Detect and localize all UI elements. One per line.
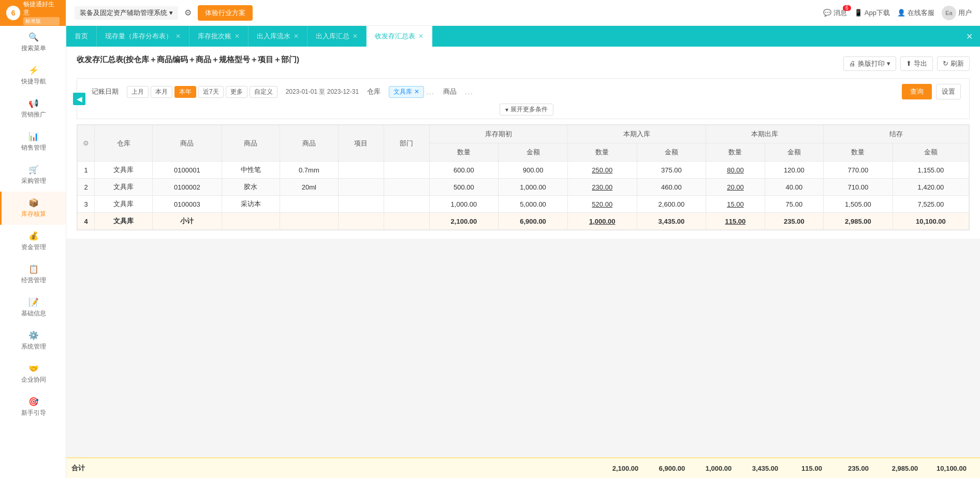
col-closing-qty-header: 数量	[824, 143, 893, 162]
date-btn-this-year[interactable]: 本年	[174, 86, 196, 98]
expand-conditions-button[interactable]: ▾ 展开更多条件	[500, 104, 553, 115]
row3-in-qty[interactable]: 520.00	[567, 196, 637, 213]
col-in-amt-header: 金额	[637, 143, 706, 162]
sidebar-item-sales[interactable]: 📊 销售管理	[0, 125, 66, 158]
tab-in-out-flow[interactable]: 出入库流水 ✕	[248, 26, 308, 47]
col-settings[interactable]: ⚙	[78, 125, 95, 162]
col-out-header: 本期出库	[706, 125, 824, 143]
try-button[interactable]: 体验行业方案	[198, 5, 253, 21]
row3-warehouse: 文具库	[95, 196, 153, 213]
date-btn-last-month[interactable]: 上月	[127, 86, 149, 98]
chevron-down-icon: ▾	[169, 9, 173, 17]
content-area: 收发存汇总表(按仓库＋商品编码＋商品＋规格型号＋项目＋部门) 🖨 换版打印 ▾ …	[66, 47, 980, 457]
tab-in-out-summary[interactable]: 出入库汇总 ✕	[308, 26, 367, 47]
system-selector[interactable]: 装备及固定资产辅助管理系统 ▾	[75, 6, 178, 20]
warehouse-tag-close-icon[interactable]: ✕	[414, 88, 419, 95]
row1-out-qty[interactable]: 80.00	[706, 162, 765, 179]
message-action[interactable]: 💬 消息 6	[823, 8, 847, 18]
settings-icon[interactable]: ⚙	[184, 8, 192, 18]
sidebar-item-system-label: 系统管理	[21, 342, 46, 351]
user-action[interactable]: Ea 用户	[942, 6, 972, 20]
app-download-action[interactable]: 📱 App下载	[854, 8, 890, 18]
warehouse-more-dots[interactable]: ...	[426, 88, 435, 96]
tab-recv-send-summary-close[interactable]: ✕	[418, 33, 423, 40]
tab-home[interactable]: 首页	[66, 26, 97, 47]
tab-recv-send-summary-label: 收发存汇总表	[375, 32, 415, 41]
sidebar-item-operations[interactable]: 📋 经营管理	[0, 258, 66, 291]
date-btn-7days[interactable]: 近7天	[198, 86, 224, 98]
filter-area: ◀ 记账日期 上月 本月 本年 近7天 更多 自定义 2023-01-01 至 …	[77, 78, 970, 119]
row3-out-amt: 75.00	[765, 196, 823, 213]
app-download-label: App下载	[865, 8, 890, 18]
print-label: 换版打印	[858, 59, 885, 68]
sidebar-item-basic-info[interactable]: 📝 基础信息	[0, 291, 66, 324]
row2-name: 胶水	[222, 179, 280, 196]
purchase-icon: 🛒	[28, 165, 39, 175]
col-out-amt-header: 金额	[765, 143, 823, 162]
row3-out-qty[interactable]: 15.00	[706, 196, 765, 213]
sidebar-item-finance[interactable]: 💰 资金管理	[0, 225, 66, 258]
subtotal-in-qty[interactable]: 1,000.00	[567, 213, 637, 230]
row2-out-qty[interactable]: 20.00	[706, 179, 765, 196]
row2-warehouse: 文具库	[95, 179, 153, 196]
col-code-header: 商品	[153, 125, 222, 162]
warehouse-tag[interactable]: 文具库 ✕	[389, 86, 424, 98]
goods-more-dots[interactable]: ...	[465, 88, 474, 96]
operations-icon: 📋	[28, 264, 39, 274]
row2-dept	[384, 179, 429, 196]
tab-in-out-summary-close[interactable]: ✕	[353, 33, 358, 40]
search-icon: 🔍	[28, 32, 39, 42]
online-service-action[interactable]: 👤 在线客服	[897, 8, 934, 18]
row1-in-qty[interactable]: 250.00	[567, 162, 637, 179]
query-button[interactable]: 查询	[902, 84, 932, 99]
app-download-icon: 📱	[854, 9, 862, 17]
date-btn-this-month[interactable]: 本月	[151, 86, 172, 98]
sidebar-item-cooperation-label: 企业协同	[21, 375, 46, 384]
sidebar-item-quick-nav[interactable]: ⚡ 快捷导航	[0, 59, 66, 92]
total-close-qty: 2,985.00	[882, 465, 928, 472]
guide-icon: 🎯	[28, 397, 39, 407]
tab-batch-ledger-label: 库存批次账	[198, 32, 231, 41]
warehouse-filter: 文具库 ✕ ...	[389, 86, 435, 98]
tab-inventory-dist-close[interactable]: ✕	[175, 33, 181, 40]
subtotal-close-amt: 10,100.00	[893, 213, 969, 230]
col-opening-header: 库存期初	[429, 125, 567, 143]
row2-code: 0100002	[153, 179, 222, 196]
date-btn-custom[interactable]: 自定义	[250, 86, 277, 98]
warehouse-filter-label: 仓库	[367, 87, 381, 96]
tab-in-out-flow-close[interactable]: ✕	[294, 33, 299, 40]
refresh-button[interactable]: ↻ 刷新	[937, 56, 970, 71]
tab-batch-ledger-close[interactable]: ✕	[235, 33, 240, 40]
sidebar-item-operations-label: 经营管理	[21, 276, 46, 285]
sidebar-item-marketing-label: 营销推广	[21, 110, 46, 119]
tab-inventory-dist[interactable]: 现存量（库存分布表） ✕	[97, 26, 189, 47]
row2-in-qty[interactable]: 230.00	[567, 179, 637, 196]
subtotal-out-qty[interactable]: 115.00	[706, 213, 765, 230]
sidebar: 6 畅捷通好生意 标准版 🔍 搜索菜单 ⚡ 快捷导航 📢 营销推广 📊 销售管理…	[0, 0, 66, 478]
date-btn-more[interactable]: 更多	[226, 86, 247, 98]
topbar-actions: 💬 消息 6 📱 App下载 👤 在线客服 Ea 用户	[823, 6, 972, 20]
sidebar-item-cooperation[interactable]: 🤝 企业协同	[0, 357, 66, 390]
sidebar-item-inventory[interactable]: 📦 库存核算	[0, 192, 66, 225]
sidebar-item-system[interactable]: ⚙️ 系统管理	[0, 324, 66, 357]
export-button[interactable]: ⬆ 导出	[900, 56, 933, 71]
close-all-tabs-button[interactable]: ✕	[959, 32, 980, 41]
tab-recv-send-summary[interactable]: 收发存汇总表 ✕	[367, 26, 432, 47]
filter-collapse-button[interactable]: ◀	[73, 93, 85, 105]
row3-in-amt: 2,600.00	[637, 196, 706, 213]
print-button[interactable]: 🖨 换版打印 ▾	[843, 56, 896, 71]
row2-open-amt: 1,000.00	[499, 179, 568, 196]
set-button[interactable]: 设置	[936, 84, 961, 99]
tab-batch-ledger[interactable]: 库存批次账 ✕	[189, 26, 248, 47]
tab-in-out-summary-label: 出入库汇总	[316, 32, 349, 41]
quick-nav-icon: ⚡	[28, 65, 39, 75]
print-icon: 🖨	[849, 60, 856, 67]
logo-icon: 6	[6, 6, 20, 20]
sidebar-item-purchase[interactable]: 🛒 采购管理	[0, 158, 66, 192]
total-open-amt: 6,900.00	[649, 465, 695, 472]
sidebar-item-marketing[interactable]: 📢 营销推广	[0, 92, 66, 125]
sidebar-item-search[interactable]: 🔍 搜索菜单	[0, 26, 66, 59]
sidebar-item-guide[interactable]: 🎯 新手引导	[0, 390, 66, 424]
row1-spec: 0.7mm	[280, 162, 338, 179]
row2-close-amt: 1,420.00	[893, 179, 969, 196]
